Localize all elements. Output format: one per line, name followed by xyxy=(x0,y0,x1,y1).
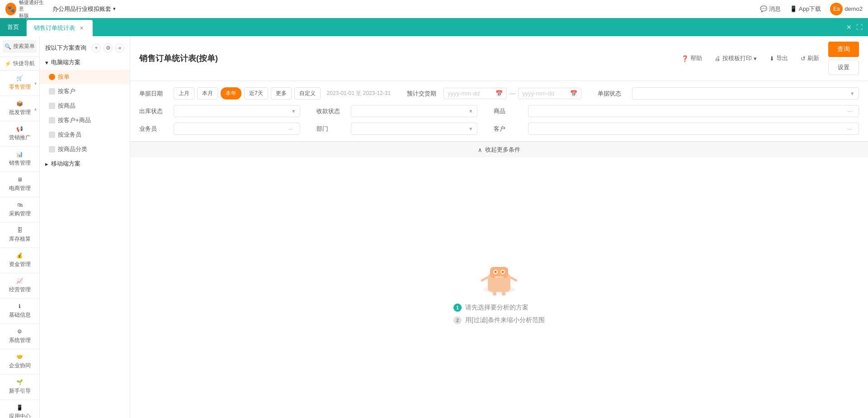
date-btn-last-7-days[interactable]: 近7天 xyxy=(244,87,268,100)
tree-item-by-salesperson[interactable]: 按业务员 xyxy=(40,128,130,142)
ecom-icon: 🖥 xyxy=(17,176,23,183)
tree-item-icon-salesperson xyxy=(49,132,55,138)
pay-status-label: 收款状态 xyxy=(316,107,344,115)
sidebar-item-wholesale[interactable]: 📦 批发管理 ▴ xyxy=(0,96,39,121)
sidebar-item-apps[interactable]: 📱 应用中心 xyxy=(0,400,39,418)
sidebar-item-inventory[interactable]: 🗄 库存核算 xyxy=(0,223,39,248)
sidebar-item-newbie[interactable]: 🌱 新手引导 xyxy=(0,375,39,400)
customer-label: 客户 xyxy=(494,125,521,133)
tab-home[interactable]: 首页 xyxy=(0,18,27,36)
expand-window-icon[interactable]: ⛶ xyxy=(856,24,863,31)
expected-date-start-input[interactable] xyxy=(448,90,493,97)
empty-state: 1 请先选择要分析的方案 2 用[过滤]条件来缩小分析范围 xyxy=(130,157,868,418)
svg-rect-10 xyxy=(493,291,496,295)
svg-line-8 xyxy=(482,277,488,280)
settings-scheme-button[interactable]: ⚙ xyxy=(104,43,113,52)
expected-date-end[interactable]: 📅 xyxy=(518,88,581,99)
top-header: 🐾 畅捷通好生意 标版 办公用品行业模拟账套 ▾ 💬 消息 📱 App下载 Ea… xyxy=(0,0,868,18)
date-btn-last-month[interactable]: 上月 xyxy=(174,87,194,100)
sidebar-item-marketing[interactable]: 📢 营销推广 xyxy=(0,121,39,147)
doc-status-select[interactable]: ▾ xyxy=(632,87,859,100)
help-button[interactable]: ❓ 帮助 xyxy=(678,52,706,64)
sidebar-item-purchase[interactable]: 🛍 采购管理 xyxy=(0,197,39,223)
system-icon: ⚙ xyxy=(17,328,22,335)
sidebar-search: 🔍 搜索菜单 xyxy=(0,36,39,57)
sidebar-item-system[interactable]: ⚙ 系统管理 xyxy=(0,324,39,349)
product-dots[interactable]: ··· xyxy=(845,108,854,114)
salesperson-dots[interactable]: ··· xyxy=(287,125,295,132)
sales-icon: 📊 xyxy=(16,151,23,157)
user-area[interactable]: Ea demo2 xyxy=(830,3,863,15)
query-button[interactable]: 查询 xyxy=(828,42,859,57)
newbie-icon: 🌱 xyxy=(16,379,23,385)
main-layout: 🔍 搜索菜单 ⚡ 快捷导航 🛒 零售管理 ▾ 📦 批发管理 ▴ 📢 营销推广 📊… xyxy=(0,36,868,418)
app-download-button[interactable]: 📱 App下载 xyxy=(790,5,821,13)
template-print-button[interactable]: 🖨 按模板打印 ▾ xyxy=(711,52,760,64)
date-options: 上月 本月 本年 近7天 更多 自定义 2023-01-01 至 2023-12… xyxy=(174,87,391,100)
sidebar-item-sales[interactable]: 📊 销售管理 xyxy=(0,147,39,172)
download-icon: 📱 xyxy=(790,5,797,12)
tree-expand-icon-mobile: ▸ xyxy=(45,161,48,167)
tree-group-pc[interactable]: ▾ 电脑端方案 xyxy=(40,55,130,70)
svg-rect-7 xyxy=(495,276,504,278)
date-btn-custom[interactable]: 自定义 xyxy=(294,87,321,100)
customer-dots[interactable]: ··· xyxy=(845,125,854,132)
left-panel: 按以下方案查询 + ⚙ « ▾ 电脑端方案 按单 按客户 按商品 按客户+商品 xyxy=(40,36,130,418)
retail-icon: 🛒 xyxy=(16,75,23,81)
calendar-icon-end: 📅 xyxy=(570,90,577,97)
date-btn-this-month[interactable]: 本月 xyxy=(197,87,218,100)
collapse-panel-button[interactable]: « xyxy=(115,43,124,52)
tree-item-icon-category xyxy=(49,146,55,152)
inventory-icon: 🗄 xyxy=(17,227,23,233)
tree-group-mobile[interactable]: ▸ 移动端方案 xyxy=(40,157,130,171)
tree-item-by-product[interactable]: 按商品 xyxy=(40,99,130,113)
product-label: 商品 xyxy=(494,107,521,115)
tree-item-by-category[interactable]: 按商品分类 xyxy=(40,142,130,157)
product-input[interactable]: ··· xyxy=(528,105,859,117)
search-icon: 🔍 xyxy=(5,43,11,50)
messages-button[interactable]: 💬 消息 xyxy=(760,5,781,13)
tab-sales-stat[interactable]: 销售订单统计表 ✕ xyxy=(27,20,93,36)
collapse-up-icon: ∧ xyxy=(478,147,482,153)
add-scheme-button[interactable]: + xyxy=(92,43,101,52)
export-button[interactable]: ⬇ 导出 xyxy=(766,52,792,64)
left-panel-actions: + ⚙ « xyxy=(92,43,124,52)
message-icon: 💬 xyxy=(760,5,767,12)
close-window-icon[interactable]: ✕ xyxy=(846,24,852,31)
tree-item-by-customer[interactable]: 按客户 xyxy=(40,84,130,99)
search-menu-button[interactable]: 🔍 搜索菜单 xyxy=(3,40,37,53)
sidebar-item-ops[interactable]: 📈 经营管理 xyxy=(0,273,39,299)
breadcrumb-chevron-icon: ▾ xyxy=(113,6,116,12)
breadcrumb-select[interactable]: 办公用品行业模拟账套 ▾ xyxy=(52,5,116,13)
tab-close-icon[interactable]: ✕ xyxy=(78,24,85,32)
quick-nav-button[interactable]: ⚡ 快捷导航 xyxy=(0,57,39,71)
date-btn-this-year[interactable]: 本年 xyxy=(221,87,241,100)
date-label: 单据日期 xyxy=(139,90,166,98)
sidebar-item-retail[interactable]: 🛒 零售管理 ▾ xyxy=(0,71,39,96)
expected-date-end-input[interactable] xyxy=(522,90,567,97)
tree-item-by-order[interactable]: 按单 xyxy=(40,70,130,84)
apps-icon: 📱 xyxy=(16,404,23,411)
settings-button[interactable]: 设置 xyxy=(828,60,859,75)
date-btn-more[interactable]: 更多 xyxy=(271,87,292,100)
customer-input[interactable]: ··· xyxy=(528,123,859,135)
header-right: 💬 消息 📱 App下载 Ea demo2 xyxy=(760,3,863,15)
expected-date-start[interactable]: 📅 xyxy=(443,88,507,99)
tab-bar-right: ✕ ⛶ xyxy=(846,18,868,36)
dept-select[interactable]: ▾ xyxy=(351,123,477,135)
salesperson-input[interactable]: ··· xyxy=(174,123,300,135)
ship-status-select[interactable]: ▾ xyxy=(174,105,300,117)
sidebar-item-corp[interactable]: 🤝 企业协同 xyxy=(0,349,39,375)
refresh-button[interactable]: ↺ 刷新 xyxy=(797,52,823,64)
tree-item-icon-cust-prod xyxy=(49,117,55,124)
filter-row-2: 出库状态 ▾ 收款状态 ▾ 商品 ··· xyxy=(139,105,859,117)
tree-item-by-cust-prod[interactable]: 按客户+商品 xyxy=(40,113,130,128)
filter-row-3: 业务员 ··· 部门 ▾ 客户 ··· xyxy=(139,123,859,135)
collapse-button[interactable]: ∧ 收起更多条件 xyxy=(130,142,868,157)
sidebar-item-finance[interactable]: 💰 资金管理 xyxy=(0,248,39,273)
salesperson-label: 业务员 xyxy=(139,125,166,133)
pay-status-select[interactable]: ▾ xyxy=(351,105,477,117)
sidebar-item-ecom[interactable]: 🖥 电商管理 xyxy=(0,172,39,197)
sidebar-item-basic[interactable]: ℹ 基础信息 xyxy=(0,299,39,324)
tree-item-icon-order xyxy=(49,74,55,80)
